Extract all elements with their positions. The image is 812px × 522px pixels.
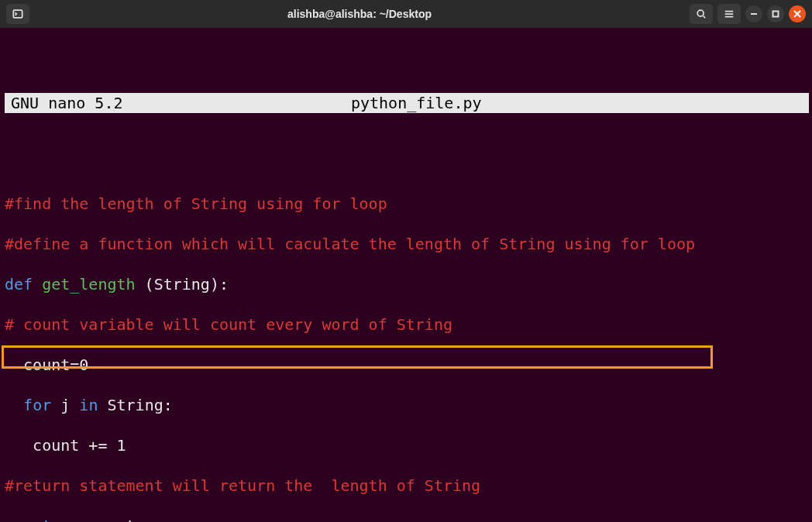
code-token: String: — [98, 396, 172, 414]
window-title: alishba@alishba: ~/Desktop — [34, 8, 685, 20]
code-token: j — [51, 396, 79, 414]
code-line: count += 1 — [5, 436, 126, 455]
close-button[interactable] — [789, 5, 806, 22]
search-icon — [696, 9, 707, 19]
search-button[interactable] — [690, 4, 713, 24]
terminal-icon — [12, 9, 23, 19]
new-tab-button[interactable] — [6, 4, 29, 24]
code-line: #find the length of String using for loo… — [5, 194, 387, 213]
minimize-icon — [750, 10, 758, 18]
code-token — [5, 396, 23, 414]
code-token: def — [5, 275, 33, 294]
code-token: return — [23, 517, 79, 522]
svg-point-1 — [697, 10, 704, 16]
code-token: get_length — [33, 275, 135, 294]
menu-button[interactable] — [717, 4, 741, 24]
code-line: # count variable will count every word o… — [5, 315, 452, 334]
minimize-button[interactable] — [745, 5, 762, 22]
code-token: for — [23, 396, 51, 414]
editor-content[interactable]: #find the length of String using for loo… — [5, 173, 809, 522]
window-titlebar: alishba@alishba: ~/Desktop — [0, 0, 812, 28]
terminal-area[interactable]: GNU nano 5.2 python_file.py #find the le… — [0, 28, 812, 522]
hamburger-icon — [724, 9, 735, 19]
code-token: count — [79, 517, 135, 522]
svg-rect-0 — [13, 10, 22, 18]
code-token — [5, 517, 23, 522]
nano-header: GNU nano 5.2 python_file.py — [5, 93, 809, 113]
code-token: (String): — [136, 275, 229, 294]
nano-filename: python_file.py — [30, 93, 803, 113]
code-line: #define a function which will caculate t… — [5, 235, 695, 253]
code-line: #return statement will return the length… — [5, 476, 480, 495]
close-icon — [793, 10, 801, 18]
maximize-icon — [772, 10, 779, 18]
code-line: count=0 — [5, 355, 88, 374]
svg-rect-2 — [773, 12, 779, 17]
maximize-button[interactable] — [767, 5, 784, 22]
code-token: in — [79, 396, 98, 414]
